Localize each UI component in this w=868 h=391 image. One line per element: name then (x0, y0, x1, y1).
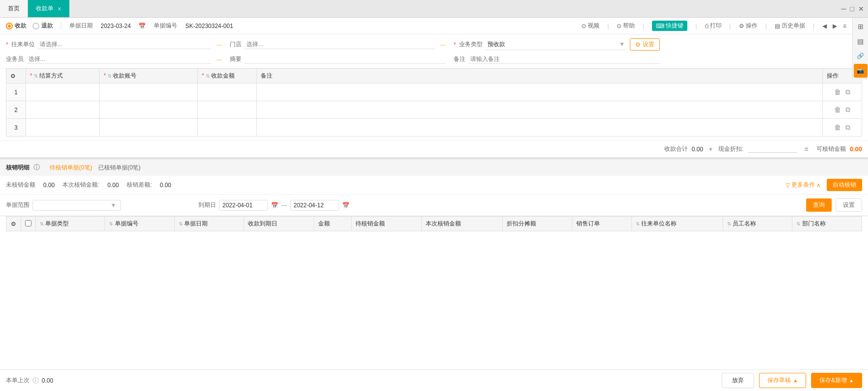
col-date-header[interactable]: ⇅ 单据日期 (174, 217, 244, 231)
discount-input[interactable] (748, 145, 797, 153)
receipt-radio-label[interactable]: 收款 (6, 22, 27, 30)
more-conditions-btn[interactable]: ▽ 更多条件 ∧ (786, 181, 821, 189)
form-row-1: * 往来单位 ··· 门店 ··· * 业务类型 预收款 ▼ ⚙ (6, 38, 862, 51)
row-settlement-1[interactable] (26, 84, 100, 101)
total-value: 0.00 (692, 146, 703, 153)
save-draft-arrow-icon: ▲ (793, 378, 798, 383)
col-no-header[interactable]: ⇅ 单据编号 (105, 217, 174, 231)
shortcut-label: 快捷键 (666, 22, 683, 30)
row-copy-icon-3[interactable]: ⧉ (845, 123, 850, 131)
date-calendar-icon[interactable]: 📅 (138, 23, 146, 29)
writeoff-info-icon[interactable]: ⓘ (33, 163, 40, 172)
refund-radio-label[interactable]: 退款 (32, 22, 53, 30)
save-new-button[interactable]: 保存&新增 ▲ (811, 373, 862, 388)
diff-label: 核销差额: (127, 181, 152, 189)
current-label: 本次核销金额: (62, 181, 99, 189)
staff-label: 业务员 (6, 55, 24, 63)
col-type-header[interactable]: ⇅ 单据类型 (36, 217, 105, 231)
close-icon[interactable]: ✕ (858, 5, 864, 13)
settings-btn-label: 设置 (643, 40, 654, 49)
nav-prev-icon[interactable]: ◀ (822, 23, 827, 29)
row-delete-icon-1[interactable]: 🗑 (834, 88, 841, 96)
footer-per-order-label: 本单上次 (6, 376, 29, 385)
row-remark-3[interactable] (257, 119, 823, 137)
tab-home[interactable]: 首页 (0, 0, 28, 17)
col-dept-header[interactable]: ⇅ 部门名称 (792, 217, 862, 231)
date-start-input[interactable] (219, 200, 268, 211)
row-actions-3: 🗑 ⧉ (823, 119, 862, 137)
sidebar-table-icon[interactable]: ⊞ (854, 20, 868, 33)
tab-bar: 首页 收款单 × ─ □ ✕ (0, 0, 868, 18)
footer-info-icon[interactable]: ⓘ (32, 376, 39, 385)
row-amount-1[interactable] (198, 84, 257, 101)
print-icon: ⎙ (705, 23, 708, 29)
settings-filter-btn[interactable]: 设置 (836, 198, 862, 212)
shortcut-btn[interactable]: ⌨ 快捷键 (652, 21, 687, 31)
summary-input[interactable] (244, 55, 446, 64)
scope-label: 单据范围 (6, 201, 29, 209)
staff-input[interactable] (27, 55, 211, 64)
row-copy-icon-1[interactable]: ⧉ (845, 88, 850, 96)
row-remark-1[interactable] (257, 84, 823, 101)
sidebar-link-icon[interactable]: 🔗 (854, 49, 868, 63)
row-account-1[interactable] (100, 84, 198, 101)
nav-next-icon[interactable]: ▶ (833, 23, 837, 29)
history-btn[interactable]: ▤ 历史单据 (775, 22, 805, 30)
main-container: 收款 退款 单据日期 2023-03-24 📅 单据编号 SK-20230324… (0, 18, 868, 391)
tab-receipt-label: 收款单 (36, 4, 54, 13)
nav-menu-icon[interactable]: ≡ (843, 23, 846, 29)
row-amount-3[interactable] (198, 119, 257, 137)
business-type-dropdown-icon[interactable]: ▼ (619, 41, 625, 48)
sidebar-chart-icon[interactable]: ▤ (854, 34, 868, 48)
row-settlement-3[interactable] (26, 119, 100, 137)
tab-receipt[interactable]: 收款单 × (28, 0, 70, 17)
footer-info: 本单上次 ⓘ 0.00 (6, 376, 53, 385)
store-input[interactable] (244, 40, 435, 49)
col-counterpart-header[interactable]: ⇅ 往来单位名称 (631, 217, 723, 231)
video-btn[interactable]: ⊙ 视频 (581, 22, 599, 30)
col-amount-header: * ⇅ 收款金额 (198, 69, 257, 84)
counterpart-more-icon[interactable]: ··· (216, 41, 222, 49)
tab-close-icon[interactable]: × (57, 5, 61, 13)
maximize-icon[interactable]: □ (850, 5, 854, 13)
auto-writeoff-btn[interactable]: 自动核销 (827, 179, 862, 191)
print-btn[interactable]: ⎙ 打印 (705, 22, 722, 30)
settings-button[interactable]: ⚙ 设置 (630, 38, 660, 51)
tab-pending[interactable]: 待核销单据(0笔) (50, 164, 92, 172)
save-draft-button[interactable]: 保存草稿 ▲ (759, 373, 806, 388)
row-copy-icon-2[interactable]: ⧉ (845, 106, 850, 113)
row-delete-icon-3[interactable]: 🗑 (834, 123, 841, 131)
col-checkbox-th[interactable] (21, 217, 36, 231)
remark-input[interactable] (468, 55, 660, 64)
current-value: 0.00 (108, 182, 119, 189)
save-new-arrow-icon: ▲ (849, 378, 854, 383)
select-all-checkbox[interactable] (25, 220, 31, 226)
receipt-table-section: ⚙ * ⇅ 结算方式 * ⇅ 收款账号 * ⇅ 收款金额 (0, 68, 868, 140)
tab-done[interactable]: 已核销单据(0笔) (98, 164, 141, 172)
row-settlement-2[interactable] (26, 101, 100, 119)
bill-no-value: SK-20230324-001 (185, 23, 233, 29)
scope-selector[interactable]: ▼ (32, 200, 121, 211)
minimize-icon[interactable]: ─ (841, 5, 846, 13)
abandon-button[interactable]: 放弃 (722, 373, 754, 388)
calendar-start-icon[interactable]: 📅 (271, 202, 278, 209)
query-button[interactable]: 查询 (806, 198, 832, 212)
table-settings-icon[interactable]: ⚙ (6, 69, 26, 84)
counterpart-input[interactable] (38, 40, 212, 49)
row-delete-icon-2[interactable]: 🗑 (834, 106, 841, 113)
sidebar-camera-icon[interactable]: 📷 (854, 64, 868, 78)
staff-more-icon[interactable]: ··· (216, 56, 222, 63)
row-account-3[interactable] (100, 119, 198, 137)
col-settings-th[interactable]: ⚙ (6, 217, 21, 231)
discount-label: 现金折扣: (718, 145, 743, 153)
filter-row: 单据范围 ▼ 到期日 📅 — 📅 查询 设置 (0, 195, 868, 216)
help-btn[interactable]: ⊙ 帮助 (617, 22, 635, 30)
calendar-end-icon[interactable]: 📅 (342, 202, 350, 209)
date-end-input[interactable] (290, 200, 339, 211)
operate-btn[interactable]: ⚙ 操作 (739, 22, 758, 30)
row-amount-2[interactable] (198, 101, 257, 119)
store-more-icon[interactable]: ··· (440, 41, 446, 49)
row-account-2[interactable] (100, 101, 198, 119)
row-remark-2[interactable] (257, 101, 823, 119)
table-row: 2 🗑 ⧉ (6, 101, 862, 119)
